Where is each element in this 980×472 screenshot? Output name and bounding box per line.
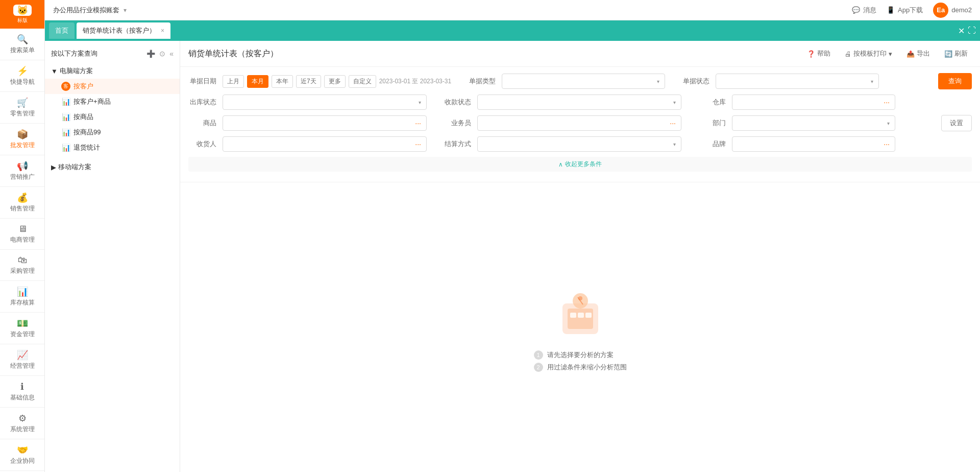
breadcrumb-text: 办公用品行业模拟账套 (53, 6, 119, 15)
warehouse-select[interactable]: ··· (732, 95, 895, 110)
query-button[interactable]: 查询 (938, 73, 972, 89)
topbar-left: 办公用品行业模拟账套 ▾ (53, 6, 127, 15)
out-status-select[interactable]: ▾ (223, 95, 427, 110)
receive-status-select[interactable]: ▾ (477, 95, 681, 110)
sidebar-item-search[interactable]: 🔍 搜索菜单 (0, 29, 44, 60)
sidebar-item-inventory[interactable]: 📊 库存核算 (0, 281, 44, 313)
brand-select-dots[interactable]: ··· (884, 140, 890, 148)
svg-rect-6 (578, 313, 584, 318)
sidebar-item-ecom[interactable]: 🖥 电商管理 (0, 219, 44, 250)
help-button[interactable]: ❓ 帮助 (803, 47, 835, 60)
tree-item-by-goods[interactable]: 📊 按商品 (45, 109, 180, 125)
user-profile[interactable]: Ea demo2 (933, 3, 972, 18)
goods-select-dots[interactable]: ··· (415, 119, 421, 127)
sidebar-label-search: 搜索菜单 (10, 46, 35, 55)
date-btn-7days[interactable]: 近7天 (296, 75, 321, 88)
empty-illustration (550, 283, 611, 344)
receiver-select-dots[interactable]: ··· (415, 140, 421, 148)
print-button[interactable]: 🖨 按模板打印 ▾ (841, 47, 896, 60)
filter-row-1: 单据日期 上月 本月 本年 近7天 更多 自定义 2023-03-01 至 20… (188, 73, 972, 89)
topbar: 办公用品行业模拟账套 ▾ 💬 消息 📱 App下载 Ea demo2 (45, 0, 980, 20)
sidebar-item-sales[interactable]: 💰 销售管理 (0, 187, 44, 219)
sidebar-item-marketing[interactable]: 📢 营销推广 (0, 155, 44, 187)
order-type-label: 单据类型 (468, 77, 496, 86)
svg-rect-1 (568, 309, 593, 329)
date-btn-more[interactable]: 更多 (324, 75, 346, 88)
sidebar: 🐱 标版 🔍 搜索菜单 ⚡ 快捷导航 🛒 零售管理 📦 批发管理 📢 营销推广 … (0, 0, 45, 472)
tab-maximize-icon[interactable]: ⛶ (968, 26, 976, 35)
sidebar-item-operation[interactable]: 📈 经营管理 (0, 344, 44, 376)
sidebar-item-retail[interactable]: 🛒 零售管理 (0, 92, 44, 124)
tab-close-window-icon[interactable]: ✕ (958, 26, 965, 36)
tabbar-right: ✕ ⛶ (958, 26, 976, 36)
tree-parent-mobile[interactable]: ▶ 移动端方案 (45, 159, 180, 175)
print-dropdown-icon[interactable]: ▾ (889, 50, 892, 58)
sidebar-item-finance[interactable]: 💵 资金管理 (0, 313, 44, 344)
tab-active[interactable]: 销货单统计表（按客户） × (77, 22, 170, 39)
receiver-select[interactable]: ··· (223, 136, 427, 152)
add-scheme-icon[interactable]: ➕ (146, 50, 155, 58)
tab-close-icon[interactable]: × (161, 27, 164, 34)
tree-item-by-goods99[interactable]: 📊 按商品99 (45, 125, 180, 140)
filter-row-4: 收货人 ··· 结算方式 ▾ 品牌 ··· (188, 136, 972, 152)
tree-item-goods-icon: 📊 (61, 112, 70, 122)
settings-button[interactable]: 设置 (941, 115, 972, 131)
print-icon: 🖨 (845, 50, 851, 58)
empty-state: 1 请先选择要分析的方案 2 用过滤条件来缩小分析范围 (180, 182, 980, 472)
breadcrumb-dropdown[interactable]: ▾ (124, 7, 127, 14)
sidebar-label-inventory: 库存核算 (10, 298, 35, 307)
settings-scheme-icon[interactable]: ⊙ (159, 50, 165, 58)
tree-item-by-customer-goods[interactable]: 📊 按客户+商品 (45, 94, 180, 109)
sidebar-item-shortcut[interactable]: ⚡ 快捷导航 (0, 60, 44, 92)
date-btn-this-year[interactable]: 本年 (272, 75, 293, 88)
receive-status-dropdown-icon: ▾ (673, 100, 676, 105)
message-button[interactable]: 💬 消息 (852, 6, 876, 15)
avatar-text: Ea (937, 6, 945, 14)
empty-hint-2: 2 用过滤条件来缩小分析范围 (534, 363, 627, 372)
sidebar-item-system[interactable]: ⚙ 系统管理 (0, 408, 44, 439)
user-name: demo2 (951, 6, 972, 14)
order-type-select[interactable]: ▾ (502, 74, 665, 89)
receiver-label: 收货人 (188, 139, 216, 149)
date-label: 单据日期 (188, 77, 216, 86)
tree-mobile-expand-icon: ▶ (51, 163, 56, 171)
empty-hints: 1 请先选择要分析的方案 2 用过滤条件来缩小分析范围 (534, 350, 627, 372)
dept-select[interactable]: ▾ (732, 115, 895, 131)
sales-icon: 💰 (17, 192, 28, 203)
warehouse-select-dots[interactable]: ··· (884, 98, 890, 106)
sidebar-label-basic: 基础信息 (10, 393, 35, 402)
svg-rect-7 (585, 313, 592, 318)
sidebar-label-corp: 企业协同 (10, 457, 35, 465)
collapse-panel-icon[interactable]: « (169, 50, 174, 58)
tree-item-by-customer[interactable]: 客 按客户 (45, 79, 180, 94)
salesperson-select[interactable]: ··· (477, 115, 681, 131)
sidebar-label-ecom: 电商管理 (10, 235, 35, 244)
sidebar-item-basic[interactable]: ℹ 基础信息 (0, 376, 44, 408)
filter-row-2: 出库状态 ▾ 收款状态 ▾ 仓库 ··· (188, 95, 972, 110)
refresh-button[interactable]: 🔄 刷新 (940, 47, 972, 60)
order-status-select[interactable]: ▾ (716, 74, 879, 89)
tree-parent-desktop[interactable]: ▼ 电脑端方案 (45, 63, 180, 79)
sidebar-item-purchase[interactable]: 🛍 采购管理 (0, 250, 44, 281)
collapse-filters-bar[interactable]: ∧ 收起更多条件 (188, 157, 972, 172)
filter-row-3: 商品 ··· 业务员 ··· 部门 ▾ (188, 115, 972, 131)
logo-text: 标版 (17, 17, 28, 24)
sidebar-menu: 🔍 搜索菜单 ⚡ 快捷导航 🛒 零售管理 📦 批发管理 📢 营销推广 💰 销售管… (0, 29, 44, 472)
sidebar-item-corp[interactable]: 🤝 企业协同 (0, 439, 44, 471)
tree-item-return-stats[interactable]: 📊 退货统计 (45, 140, 180, 155)
date-btn-this-month[interactable]: 本月 (247, 75, 268, 88)
date-btn-custom[interactable]: 自定义 (349, 75, 376, 88)
tree-item-label-customer-goods: 按客户+商品 (74, 97, 111, 106)
sidebar-item-wholesale[interactable]: 📦 批发管理 (0, 124, 44, 155)
retail-icon: 🛒 (17, 97, 28, 108)
payment-select[interactable]: ▾ (477, 136, 681, 152)
goods-select[interactable]: ··· (223, 115, 427, 131)
app-download-button[interactable]: 📱 App下载 (887, 6, 923, 15)
finance-icon: 💵 (17, 318, 28, 329)
export-button[interactable]: 📤 导出 (902, 47, 934, 60)
date-btn-last-month[interactable]: 上月 (223, 75, 244, 88)
salesperson-select-dots[interactable]: ··· (670, 119, 676, 127)
tab-home[interactable]: 首页 (49, 22, 75, 39)
sidebar-label-wholesale: 批发管理 (10, 141, 35, 150)
brand-select[interactable]: ··· (732, 136, 895, 152)
